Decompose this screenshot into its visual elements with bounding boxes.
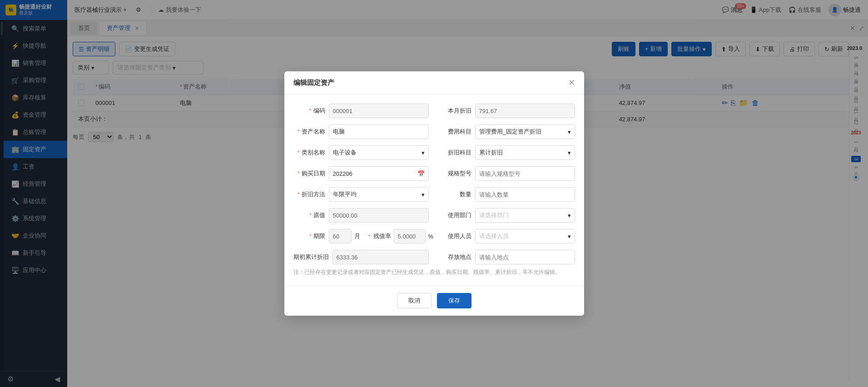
initial-dep-label: 期初累计折旧 [293, 253, 329, 261]
original-value-label: * 原值 [293, 211, 325, 219]
quantity-label: 数量 [440, 190, 471, 198]
form-row-period: * 期限 月 * 残值率 % [293, 229, 429, 243]
cancel-button[interactable]: 取消 [397, 293, 432, 308]
required-star: * [298, 191, 300, 198]
spec-input[interactable] [475, 166, 575, 181]
department-select[interactable]: 请选择部门 ▾ [475, 208, 575, 223]
modal-title: 编辑固定资产 [293, 79, 334, 87]
residual-rate-label: 残值率 [373, 232, 391, 240]
required-star: * [298, 170, 300, 177]
category-select-icon: ▾ [422, 149, 425, 156]
form-row-spec: 规格型号 [440, 166, 575, 181]
location-label: 存放地点 [440, 253, 471, 261]
department-dropdown-icon: ▾ [568, 212, 571, 219]
modal-overlay: 编辑固定资产 ✕ * 编码 * [0, 0, 868, 387]
form-row-original-value: * 原值 [293, 208, 429, 223]
asset-name-label: * 资产名称 [293, 128, 325, 136]
dep-method-label: * 折旧方法 [293, 190, 325, 198]
spec-label: 规格型号 [440, 169, 471, 178]
category-label: * 类别名称 [293, 149, 325, 157]
dep-subject-value: 累计折旧 [479, 149, 503, 157]
dep-subject-select[interactable]: 累计折旧 ▾ [475, 145, 575, 160]
required-star: * [309, 212, 312, 218]
modal-close-button[interactable]: ✕ [568, 78, 575, 88]
code-label: * 编码 [293, 107, 325, 115]
initial-dep-input[interactable] [332, 250, 429, 264]
person-select[interactable]: 请选择人员 ▾ [475, 229, 575, 243]
form-row-dep-subject: 折旧科目 累计折旧 ▾ [440, 145, 575, 160]
modal-body: * 编码 * 资产名称 * [284, 94, 584, 285]
edit-modal: 编辑固定资产 ✕ * 编码 * [284, 71, 584, 316]
form-grid: * 编码 * 资产名称 * [293, 104, 575, 264]
code-input[interactable] [329, 104, 429, 118]
form-row-category: * 类别名称 电子设备 ▾ [293, 145, 429, 160]
modal-footer: 取消 保存 [284, 285, 584, 316]
period-row: 月 * 残值率 % [329, 229, 429, 243]
calendar-icon: 📅 [417, 170, 425, 177]
purchase-date-label: * 购买日期 [293, 169, 325, 178]
purchase-date-value: 202206 [333, 170, 352, 177]
period-input[interactable] [329, 229, 352, 243]
required-star: * [309, 233, 312, 239]
form-right: 本月折旧 费用科目 管理费用_固定资产折旧 ▾ 折旧科目 累计折旧 [440, 104, 575, 264]
required-star: * [309, 107, 312, 114]
form-row-monthly-dep: 本月折旧 [440, 104, 575, 118]
person-label: 使用人员 [440, 232, 471, 240]
modal-note: 注：已经存在变更记录或者对应固定资产已经生成凭证，原值、购买日期、残值率、累计折… [293, 268, 575, 276]
form-row-department: 使用部门 请选择部门 ▾ [440, 208, 575, 223]
expense-subject-label: 费用科目 [440, 128, 471, 136]
expense-subject-dropdown-icon: ▾ [568, 129, 571, 135]
dep-subject-dropdown-icon: ▾ [568, 149, 571, 156]
location-input[interactable] [475, 250, 575, 264]
expense-subject-select[interactable]: 管理费用_固定资产折旧 ▾ [475, 124, 575, 139]
form-row-code: * 编码 [293, 104, 429, 118]
category-select[interactable]: 电子设备 ▾ [329, 145, 429, 160]
monthly-dep-input[interactable] [475, 104, 575, 118]
person-dropdown-icon: ▾ [568, 233, 571, 240]
form-row-purchase-date: * 购买日期 202206 📅 [293, 166, 429, 181]
percent-sign: % [428, 233, 434, 240]
form-row-location: 存放地点 [440, 250, 575, 264]
original-value-input[interactable] [329, 208, 429, 223]
modal-header: 编辑固定资产 ✕ [284, 71, 584, 94]
dep-method-value: 年限平均 [333, 190, 357, 198]
period-unit: 月 [354, 232, 360, 240]
form-row-asset-name: * 资产名称 [293, 124, 429, 139]
quantity-input[interactable] [475, 187, 575, 202]
department-label: 使用部门 [440, 211, 471, 219]
form-row-expense-subject: 费用科目 管理费用_固定资产折旧 ▾ [440, 124, 575, 139]
period-label: * 期限 [293, 232, 325, 240]
dep-subject-label: 折旧科目 [440, 149, 471, 157]
expense-subject-value: 管理费用_固定资产折旧 [479, 128, 541, 136]
save-button[interactable]: 保存 [437, 293, 471, 308]
required-star-residual: * [368, 233, 371, 240]
form-row-quantity: 数量 [440, 187, 575, 202]
purchase-date-input[interactable]: 202206 📅 [329, 166, 429, 181]
department-placeholder: 请选择部门 [479, 211, 509, 219]
form-left: * 编码 * 资产名称 * [293, 104, 429, 264]
person-placeholder: 请选择人员 [479, 232, 509, 240]
dep-method-dropdown-icon: ▾ [422, 191, 425, 198]
asset-name-input[interactable] [329, 124, 429, 139]
form-row-dep-method: * 折旧方法 年限平均 ▾ [293, 187, 429, 202]
required-star: * [298, 128, 300, 135]
required-star: * [298, 149, 300, 156]
dep-method-select[interactable]: 年限平均 ▾ [329, 187, 429, 202]
monthly-dep-label: 本月折旧 [440, 107, 471, 115]
form-row-person: 使用人员 请选择人员 ▾ [440, 229, 575, 243]
category-select-value: 电子设备 [333, 149, 357, 157]
form-row-initial-dep: 期初累计折旧 [293, 250, 429, 264]
residual-rate-input[interactable] [394, 229, 426, 243]
